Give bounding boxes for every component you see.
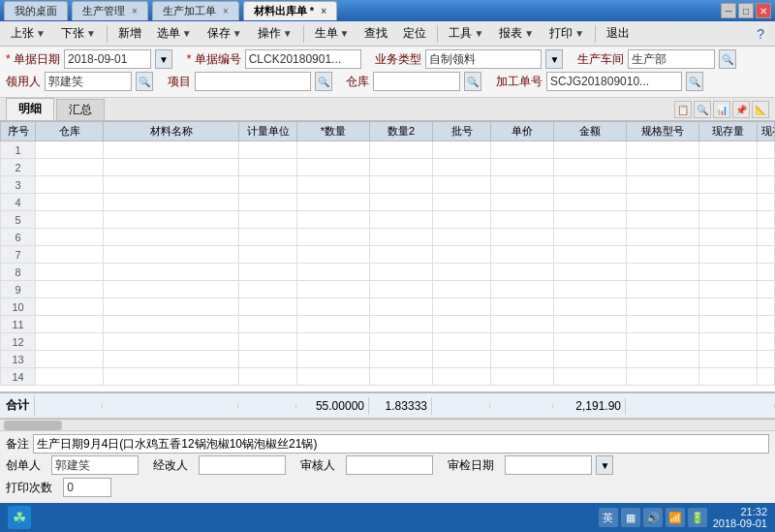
table-row-12-qty1[interactable] <box>297 333 370 351</box>
table-row-2-qty1[interactable] <box>297 159 370 176</box>
col-qty2[interactable]: 数量2 <box>370 122 433 141</box>
col-stock[interactable]: 现存量 <box>699 122 758 141</box>
action-icon-4[interactable]: 📌 <box>732 101 750 118</box>
table-row-1-price[interactable] <box>491 141 554 159</box>
table-row-9-stock[interactable] <box>699 281 758 298</box>
table-row-12-spec_code[interactable] <box>627 333 699 351</box>
table-row-14-batch[interactable] <box>433 368 491 386</box>
table-row[interactable]: 4 <box>1 194 775 211</box>
print-btn[interactable]: 打印 ▼ <box>542 22 591 45</box>
table-row-4-qty1[interactable] <box>297 194 370 211</box>
table-row-6-warehouse[interactable] <box>36 229 104 246</box>
table-row-14-price[interactable] <box>491 368 554 386</box>
operate-btn[interactable]: 操作 ▼ <box>251 22 299 45</box>
table-row-6-stock[interactable] <box>699 229 758 246</box>
table-row-4-unit[interactable] <box>239 194 297 211</box>
biz-input[interactable] <box>425 49 542 69</box>
col-amount[interactable]: 金额 <box>554 122 627 141</box>
table-row-1-batch[interactable] <box>433 141 491 159</box>
new-btn[interactable]: 新增 <box>111 22 148 45</box>
auditor-input[interactable] <box>346 455 433 475</box>
table-row-5-material[interactable] <box>104 211 239 229</box>
next-dropdown-icon[interactable]: ▼ <box>86 28 96 39</box>
project-input[interactable] <box>195 72 311 91</box>
table-row-10-material[interactable] <box>104 298 239 316</box>
table-row-12-stock2[interactable] <box>758 333 775 351</box>
table-row[interactable]: 2 <box>1 159 775 176</box>
table-row-10-qty1[interactable] <box>297 298 370 316</box>
table-row-14-qty1[interactable] <box>297 368 370 386</box>
table-row-12-warehouse[interactable] <box>36 333 104 351</box>
col-qty1[interactable]: *数量 <box>297 122 370 141</box>
tools-dropdown-icon[interactable]: ▼ <box>474 28 483 39</box>
table-row-11-amount[interactable] <box>554 316 627 333</box>
biz-picker-btn[interactable]: ▼ <box>545 49 563 69</box>
table-row-2-price[interactable] <box>491 159 554 176</box>
lang-icon[interactable]: 英 <box>599 508 618 527</box>
table-row-11-warehouse[interactable] <box>36 316 104 333</box>
tab-detail[interactable]: 明细 <box>6 98 54 120</box>
help-btn[interactable]: ? <box>750 23 771 45</box>
table-row-12-material[interactable] <box>104 333 239 351</box>
table-row-8-material[interactable] <box>104 264 239 281</box>
table-row-7-stock[interactable] <box>699 246 758 264</box>
warehouse-input[interactable] <box>373 72 460 91</box>
table-row-5-unit[interactable] <box>239 211 297 229</box>
table-row-11-qty2[interactable] <box>370 316 433 333</box>
report-btn[interactable]: 报表 ▼ <box>492 22 541 45</box>
table-row-13-price[interactable] <box>491 351 554 368</box>
table-row-2-unit[interactable] <box>239 159 297 176</box>
table-row-10-amount[interactable] <box>554 298 627 316</box>
h-scrollbar[interactable] <box>0 419 775 430</box>
table-row[interactable]: 7 <box>1 246 775 264</box>
table-row-3-batch[interactable] <box>433 176 491 194</box>
table-row-5-qty1[interactable] <box>297 211 370 229</box>
table-row-10-price[interactable] <box>491 298 554 316</box>
table-row-2-batch[interactable] <box>433 159 491 176</box>
table-row-13-amount[interactable] <box>554 351 627 368</box>
table-row-6-amount[interactable] <box>554 229 627 246</box>
table-row-8-qty1[interactable] <box>297 264 370 281</box>
table-row[interactable]: 5 <box>1 211 775 229</box>
table-row-14-qty2[interactable] <box>370 368 433 386</box>
table-row-9-unit[interactable] <box>239 281 297 298</box>
table-row-4-spec_code[interactable] <box>627 194 699 211</box>
print-dropdown-icon[interactable]: ▼ <box>574 28 584 39</box>
table-row-10-stock2[interactable] <box>758 298 775 316</box>
table-row-4-batch[interactable] <box>433 194 491 211</box>
table-row-14-warehouse[interactable] <box>36 368 104 386</box>
table-row-10-spec_code[interactable] <box>627 298 699 316</box>
col-material[interactable]: 材料名称 <box>104 122 239 141</box>
workshop-picker-btn[interactable]: 🔍 <box>719 49 736 69</box>
table-row-8-warehouse[interactable] <box>36 264 104 281</box>
table-row-12-stock[interactable] <box>699 333 758 351</box>
date-input[interactable] <box>64 49 151 69</box>
table-row-7-unit[interactable] <box>239 246 297 264</box>
table-row-4-stock[interactable] <box>699 194 758 211</box>
table-row-8-batch[interactable] <box>433 264 491 281</box>
table-row-7-stock2[interactable] <box>758 246 775 264</box>
table-row-5-warehouse[interactable] <box>36 211 104 229</box>
table-row-3-stock2[interactable] <box>758 176 775 194</box>
action-icon-2[interactable]: 🔍 <box>694 101 711 118</box>
table-row-10-stock[interactable] <box>699 298 758 316</box>
tab-production-order[interactable]: 生产加工单 × <box>152 1 239 20</box>
table-row-3-stock[interactable] <box>699 176 758 194</box>
table-row-1-warehouse[interactable] <box>36 141 104 159</box>
table-row-1-qty1[interactable] <box>297 141 370 159</box>
table-row-13-qty2[interactable] <box>370 351 433 368</box>
sound-icon[interactable]: 🔊 <box>643 508 663 527</box>
table-row-9-qty2[interactable] <box>370 281 433 298</box>
minimize-button[interactable]: ─ <box>721 3 736 18</box>
table-row-2-spec_code[interactable] <box>627 159 699 176</box>
maximize-button[interactable]: □ <box>738 3 754 18</box>
table-row-5-stock[interactable] <box>699 211 758 229</box>
table-row-11-stock[interactable] <box>699 316 758 333</box>
table-row-6-batch[interactable] <box>433 229 491 246</box>
table-row-10-qty2[interactable] <box>370 298 433 316</box>
table-row-8-stock2[interactable] <box>758 264 775 281</box>
table-row-1-amount[interactable] <box>554 141 627 159</box>
select-btn[interactable]: 选单 ▼ <box>150 22 199 45</box>
table-row-11-qty1[interactable] <box>297 316 370 333</box>
locate-btn[interactable]: 定位 <box>396 22 433 45</box>
